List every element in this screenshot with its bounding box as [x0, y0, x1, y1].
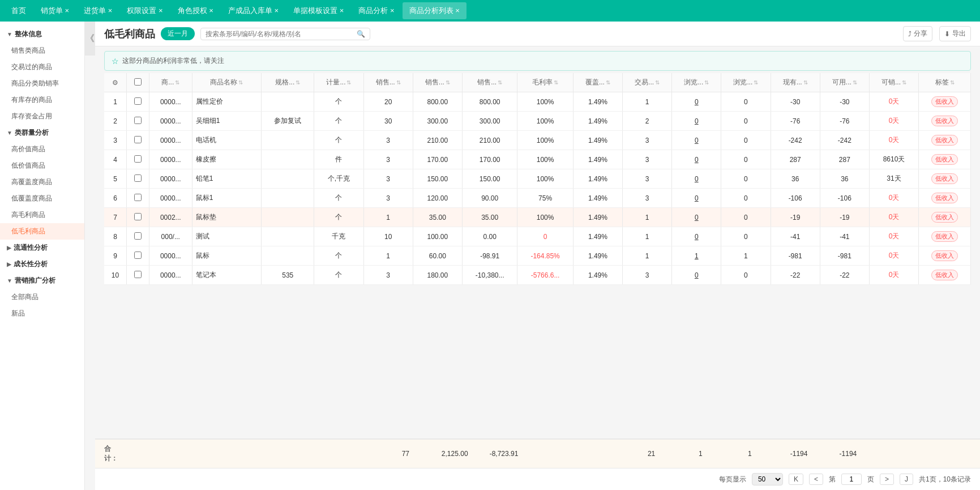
- row-checkbox-1[interactable]: [134, 117, 142, 124]
- row-checkbox-9[interactable]: [134, 271, 142, 278]
- sidebar-collapse-button[interactable]: 《: [85, 22, 95, 56]
- cell-browse1-0[interactable]: 0: [672, 92, 721, 112]
- cell-browse1-9[interactable]: 0: [672, 266, 721, 285]
- col-saleable[interactable]: 可销...⇅: [869, 73, 918, 92]
- search-icon[interactable]: 🔍: [357, 30, 365, 38]
- sidebar-item-category-rate[interactable]: 商品分类助销率: [0, 75, 84, 92]
- col-browse1[interactable]: 浏览...⇅: [672, 73, 721, 92]
- sidebar-item-low-coverage[interactable]: 低覆盖度商品: [0, 190, 84, 207]
- sidebar-item-high-value[interactable]: 高价值商品: [0, 141, 84, 157]
- row-checkbox-2[interactable]: [134, 136, 142, 143]
- page-input[interactable]: [841, 474, 862, 485]
- row-checkbox-0[interactable]: [134, 97, 142, 105]
- col-browse2[interactable]: 浏览...⇅: [721, 73, 771, 92]
- prev-page-button[interactable]: <: [809, 474, 823, 485]
- cell-spec-7: [262, 227, 314, 246]
- row-checkbox-5[interactable]: [134, 194, 142, 201]
- export-button[interactable]: ⬇ 导出: [939, 26, 971, 41]
- cell-unit-1: 个: [314, 112, 363, 131]
- cell-current-3: 287: [771, 150, 820, 169]
- cell-spec-0: [262, 92, 314, 112]
- col-sale-qty[interactable]: 销售...⇅: [363, 73, 413, 92]
- sidebar-group-liquidity[interactable]: ▶ 流通性分析: [0, 240, 84, 256]
- next-page-button[interactable]: >: [880, 474, 894, 485]
- sidebar-item-new-products[interactable]: 新品: [0, 305, 84, 322]
- sidebar-item-sales-products[interactable]: 销售类商品: [0, 42, 84, 59]
- col-checkbox-all[interactable]: [127, 73, 149, 92]
- cell-available-9: -22: [820, 266, 869, 285]
- row-checkbox-8[interactable]: [134, 252, 142, 259]
- sidebar-item-low-value[interactable]: 低价值商品: [0, 157, 84, 174]
- cell-sale-amount-4: 150.00: [462, 169, 517, 189]
- select-all-checkbox[interactable]: [134, 78, 142, 86]
- sidebar-group-marketing[interactable]: ▼ 营销推广分析: [0, 272, 84, 289]
- cell-saleable-1: 0天: [869, 112, 918, 131]
- last-page-button[interactable]: J: [900, 474, 913, 485]
- col-current[interactable]: 现有...⇅: [771, 73, 820, 92]
- sidebar-item-high-gross[interactable]: 高毛利商品: [0, 207, 84, 223]
- col-unit[interactable]: 计量...⇅: [314, 73, 363, 92]
- nav-sales[interactable]: 销货单 ×: [34, 2, 76, 19]
- cell-browse1-8[interactable]: 1: [672, 246, 721, 266]
- col-name[interactable]: 商品名称⇅: [192, 73, 261, 92]
- nav-permissions[interactable]: 权限设置 ×: [120, 2, 169, 19]
- sidebar-group-overall[interactable]: ▼ 整体信息: [0, 26, 84, 42]
- col-sale-amount[interactable]: 销售...⇅: [462, 73, 517, 92]
- row-checkbox-6[interactable]: [134, 213, 142, 220]
- total-available: -1194: [824, 450, 873, 458]
- cell-browse1-1[interactable]: 0: [672, 112, 721, 131]
- row-checkbox-3[interactable]: [134, 155, 142, 163]
- col-sale-price[interactable]: 销售...⇅: [413, 73, 462, 92]
- cell-checkbox-6[interactable]: [127, 208, 149, 227]
- filter-recent-month-button[interactable]: 近一月: [161, 27, 195, 40]
- nav-analysis-list[interactable]: 商品分析列表 ×: [403, 2, 467, 19]
- nav-home[interactable]: 首页: [5, 2, 33, 19]
- cell-browse1-7[interactable]: 0: [672, 227, 721, 246]
- sidebar-item-capital[interactable]: 库存资金占用: [0, 108, 84, 125]
- col-coverage[interactable]: 覆盖...⇅: [573, 73, 622, 92]
- cell-browse1-2[interactable]: 0: [672, 131, 721, 150]
- sidebar-item-all-products[interactable]: 全部商品: [0, 289, 84, 305]
- col-settings[interactable]: ⚙: [104, 73, 127, 92]
- cell-checkbox-7[interactable]: [127, 227, 149, 246]
- per-page-label: 每页显示: [719, 475, 746, 484]
- cell-browse1-4[interactable]: 0: [672, 169, 721, 189]
- per-page-select[interactable]: 50 100 200: [752, 473, 783, 485]
- cell-checkbox-8[interactable]: [127, 246, 149, 266]
- cell-checkbox-4[interactable]: [127, 169, 149, 189]
- cell-checkbox-1[interactable]: [127, 112, 149, 131]
- nav-templates[interactable]: 单据模板设置 ×: [286, 2, 350, 19]
- cell-browse1-5[interactable]: 0: [672, 189, 721, 208]
- nav-roles[interactable]: 角色授权 ×: [171, 2, 220, 19]
- col-trade[interactable]: 交易...⇅: [622, 73, 671, 92]
- sidebar-item-low-gross[interactable]: 低毛利商品: [0, 223, 84, 240]
- row-checkbox-7[interactable]: [134, 232, 142, 240]
- total-sale-qty: 77: [381, 450, 430, 458]
- nav-products[interactable]: 产成品入库单 ×: [221, 2, 285, 19]
- sidebar-item-traded[interactable]: 交易过的商品: [0, 59, 84, 75]
- cell-checkbox-3[interactable]: [127, 150, 149, 169]
- cell-checkbox-9[interactable]: [127, 266, 149, 285]
- col-available[interactable]: 可用...⇅: [820, 73, 869, 92]
- sidebar-group-growth[interactable]: ▶ 成长性分析: [0, 256, 84, 272]
- share-button[interactable]: ⤴ 分享: [903, 26, 932, 41]
- col-spec[interactable]: 规格...⇅: [262, 73, 314, 92]
- cell-coverage-3: 1.49%: [573, 150, 622, 169]
- sidebar-item-high-coverage[interactable]: 高覆盖度商品: [0, 174, 84, 190]
- cell-browse1-3[interactable]: 0: [672, 150, 721, 169]
- cell-checkbox-2[interactable]: [127, 131, 149, 150]
- row-checkbox-4[interactable]: [134, 174, 142, 182]
- search-input[interactable]: [206, 30, 357, 38]
- cell-checkbox-0[interactable]: [127, 92, 149, 112]
- col-gross-rate[interactable]: 毛利率⇅: [517, 73, 573, 92]
- cell-browse1-6[interactable]: 0: [672, 208, 721, 227]
- sidebar-item-in-stock[interactable]: 有库存的商品: [0, 92, 84, 108]
- cell-spec-1: 参加复试: [262, 112, 314, 131]
- nav-analysis[interactable]: 商品分析 ×: [352, 2, 401, 19]
- nav-purchase[interactable]: 进货单 ×: [77, 2, 119, 19]
- cell-checkbox-5[interactable]: [127, 189, 149, 208]
- sidebar-group-cluster[interactable]: ▼ 类群量分析: [0, 125, 84, 141]
- col-code[interactable]: 商...⇅: [149, 73, 192, 92]
- col-tag[interactable]: 标签⇅: [919, 73, 971, 92]
- first-page-button[interactable]: K: [789, 474, 803, 485]
